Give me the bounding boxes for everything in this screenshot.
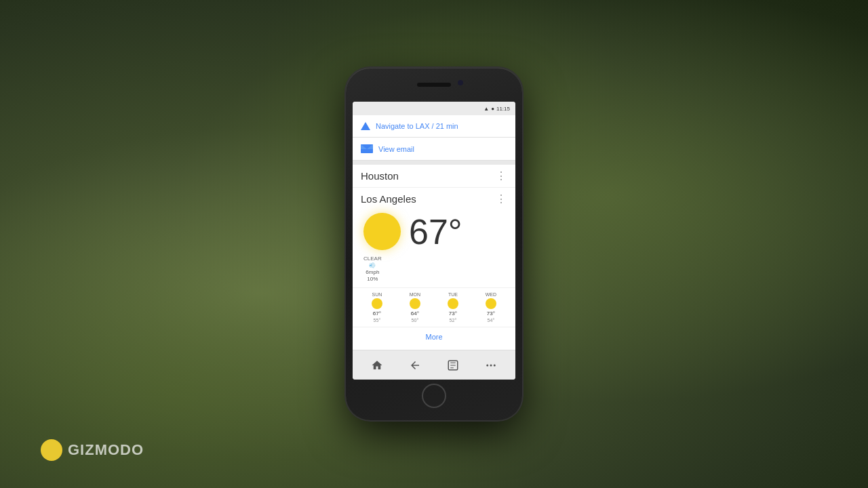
sun-icon	[363, 213, 401, 250]
email-label: View email	[378, 145, 414, 153]
forecast-sun-icon-3	[486, 298, 496, 309]
svg-point-1	[486, 364, 488, 366]
forecast-sun: SUN 67° 55°	[372, 292, 382, 323]
weather-header: Los Angeles ⋮	[353, 188, 515, 207]
forecast-sun-icon-0	[372, 298, 382, 309]
weather-city-name: Los Angeles	[361, 193, 416, 205]
menu-dots-icon	[485, 359, 497, 371]
forecast-row: SUN 67° 55° MON 64° 50° TUE 73°	[353, 287, 515, 327]
forecast-wed-low: 54°	[488, 318, 495, 323]
condition-label: CLEAR	[363, 256, 382, 262]
forecast-mon: MON 64° 50°	[410, 292, 420, 323]
battery-icon: 11:15	[496, 106, 510, 112]
phone-wrapper: ▲ ● 11:15 Navigate to LAX / 21 min View …	[346, 68, 522, 420]
watermark-label: GIZMODO	[68, 441, 144, 459]
nav-recent-button[interactable]	[443, 355, 463, 375]
forecast-wed-high: 73°	[487, 310, 495, 317]
email-icon	[361, 144, 373, 153]
forecast-sun-low: 55°	[374, 318, 381, 323]
more-label: More	[425, 333, 442, 341]
temperature-display: 67°	[409, 214, 462, 249]
forecast-day-mon-label: MON	[410, 292, 420, 297]
phone-speaker	[417, 83, 451, 87]
phone-shell: ▲ ● 11:15 Navigate to LAX / 21 min View …	[346, 68, 522, 420]
nav-home-button[interactable]	[367, 355, 387, 375]
navigation-card[interactable]: Navigate to LAX / 21 min	[353, 115, 515, 138]
weather-main: 67°	[353, 207, 515, 256]
forecast-mon-high: 64°	[411, 310, 419, 317]
more-button[interactable]: More	[353, 327, 515, 346]
signal-icon: ▲	[484, 106, 489, 112]
precipitation: 10%	[367, 276, 378, 282]
watermark: GIZMODO	[41, 439, 144, 461]
forecast-day-tue-label: TUE	[448, 292, 458, 297]
navigate-arrow-icon	[361, 122, 370, 130]
forecast-tue-high: 73°	[449, 310, 457, 317]
forecast-mon-low: 50°	[412, 318, 419, 323]
houston-more-dots-icon[interactable]: ⋮	[496, 171, 507, 182]
phone-screen: ▲ ● 11:15 Navigate to LAX / 21 min View …	[353, 102, 515, 380]
status-bar: ▲ ● 11:15	[353, 102, 515, 115]
houston-city-card[interactable]: Houston ⋮	[353, 165, 515, 188]
los-angeles-weather-card: Los Angeles ⋮ 67° CLEAR 💨 6mph 10%	[353, 188, 515, 350]
svg-point-2	[490, 364, 492, 366]
forecast-day-sun-label: SUN	[372, 292, 382, 297]
houston-city-name: Houston	[361, 170, 399, 182]
wind-speed: 6mph	[366, 269, 379, 275]
condition-clear: CLEAR 💨 6mph 10%	[363, 256, 382, 282]
phone-camera	[458, 80, 463, 85]
back-icon	[409, 359, 421, 371]
svg-point-3	[494, 364, 496, 366]
forecast-sun-icon-1	[410, 298, 420, 309]
la-more-dots-icon[interactable]: ⋮	[496, 194, 507, 205]
nav-back-button[interactable]	[405, 355, 425, 375]
recent-apps-icon	[447, 359, 459, 371]
forecast-tue: TUE 73° 52°	[448, 292, 458, 323]
forecast-tue-low: 52°	[450, 318, 457, 323]
home-icon	[371, 359, 383, 371]
forecast-sun-icon-2	[448, 298, 458, 309]
phone-home-button[interactable]	[422, 384, 446, 408]
watermark-circle	[41, 439, 62, 461]
conditions-row: CLEAR 💨 6mph 10%	[353, 256, 515, 287]
forecast-wed: WED 73° 54°	[486, 292, 496, 323]
navigation-label: Navigate to LAX / 21 min	[376, 122, 458, 130]
wind-icon: 💨	[369, 262, 376, 268]
forecast-sun-high: 67°	[373, 310, 381, 317]
status-icons: ▲ ● 11:15	[484, 106, 510, 112]
forecast-day-wed-label: WED	[486, 292, 496, 297]
email-card[interactable]: View email	[353, 138, 515, 161]
bottom-nav-bar	[353, 350, 515, 380]
wifi-icon: ●	[491, 106, 494, 112]
nav-menu-button[interactable]	[481, 355, 501, 375]
